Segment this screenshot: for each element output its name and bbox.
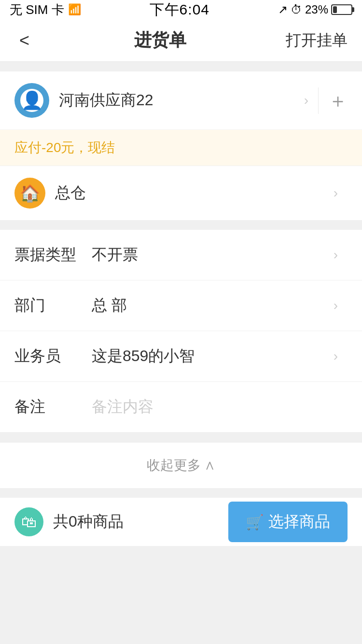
sales-value: 这是859的小智 <box>92 346 334 367</box>
status-bar: 无 SIM 卡 📶 下午6:04 ↗ ⏱ 23% <box>0 0 362 19</box>
battery-icon <box>331 4 352 15</box>
warehouse-name: 总仓 <box>55 182 334 204</box>
sales-label: 业务员 <box>14 346 92 367</box>
location-icon: ↗ <box>278 3 288 16</box>
nav-bar: < 进货单 打开挂单 <box>0 19 362 62</box>
add-supplier-button[interactable]: ＋ <box>318 87 348 114</box>
back-button[interactable]: < <box>14 26 34 56</box>
person-icon: 👤 <box>21 90 43 111</box>
dept-label: 部门 <box>14 295 92 316</box>
warehouse-chevron-icon: › <box>334 185 338 201</box>
product-count: 共0种商品 <box>53 511 228 532</box>
remark-label: 备注 <box>14 396 92 418</box>
open-pending-button[interactable]: 打开挂单 <box>286 30 348 51</box>
status-right: ↗ ⏱ 23% <box>278 3 352 16</box>
sales-chevron-icon: › <box>334 349 338 364</box>
avatar-inner: 👤 <box>20 89 43 112</box>
notice-row: 应付-20元，现结 <box>0 130 362 166</box>
notice-text: 应付-20元，现结 <box>14 140 115 155</box>
page-title: 进货单 <box>134 28 186 52</box>
form-section: 票据类型 不开票 › 部门 总 部 › 业务员 这是859的小智 › 备注 备注… <box>0 230 362 433</box>
dept-row[interactable]: 部门 总 部 › <box>0 280 362 331</box>
top-divider <box>0 62 362 71</box>
invoice-type-row[interactable]: 票据类型 不开票 › <box>0 230 362 280</box>
invoice-value: 不开票 <box>92 244 334 266</box>
supplier-section: 👤 河南供应商22 › ＋ 应付-20元，现结 🏠 总仓 › <box>0 71 362 220</box>
dept-chevron-icon: › <box>334 298 338 313</box>
supplier-row[interactable]: 👤 河南供应商22 › ＋ <box>0 71 362 130</box>
supplier-chevron-icon: › <box>304 93 308 108</box>
select-icon: 🛒 <box>246 514 264 531</box>
warehouse-icon: 🏠 <box>14 178 45 209</box>
select-btn-label: 选择商品 <box>268 511 330 532</box>
invoice-chevron-icon: › <box>334 247 338 263</box>
status-time: 下午6:04 <box>150 0 209 20</box>
dept-value: 总 部 <box>92 295 334 316</box>
status-left: 无 SIM 卡 📶 <box>10 1 81 18</box>
select-product-button[interactable]: 🛒 选择商品 <box>228 502 348 542</box>
supplier-avatar: 👤 <box>14 83 49 118</box>
sales-row[interactable]: 业务员 这是859的小智 › <box>0 331 362 382</box>
wifi-icon: 📶 <box>68 3 81 16</box>
remark-input[interactable]: 备注内容 <box>92 396 348 418</box>
collapse-row[interactable]: 收起更多 ∧ <box>0 442 362 488</box>
remark-row[interactable]: 备注 备注内容 <box>0 382 362 433</box>
carrier-text: 无 SIM 卡 <box>10 1 64 18</box>
collapse-label: 收起更多 ∧ <box>147 456 216 475</box>
bottom-bar: 🛍 共0种商品 🛒 选择商品 <box>0 498 362 546</box>
alarm-icon: ⏱ <box>291 3 302 16</box>
battery-percent: 23% <box>305 3 328 16</box>
product-icon: 🛍 <box>14 507 43 536</box>
warehouse-row[interactable]: 🏠 总仓 › <box>0 166 362 220</box>
invoice-label: 票据类型 <box>14 244 92 266</box>
supplier-name: 河南供应商22 <box>59 90 304 111</box>
